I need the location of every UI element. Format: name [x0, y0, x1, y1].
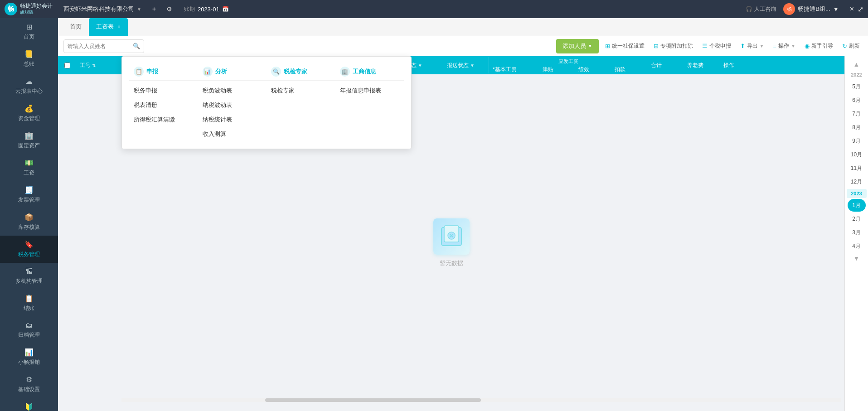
cal-month-2022-05[interactable]: 5月: [848, 80, 866, 93]
sidebar-item-guide[interactable]: 🔰 新手引导: [0, 398, 58, 411]
sidebar-item-ledger[interactable]: 📒 总账: [0, 45, 58, 73]
popup-item-tax-table-clear[interactable]: 税表清册: [129, 98, 198, 112]
special-deduct-btn[interactable]: ⊞ 专项附加扣除: [651, 42, 696, 50]
gonghu-sort-icon[interactable]: ⇅: [92, 63, 96, 68]
cal-month-2022-06[interactable]: 6月: [848, 94, 866, 106]
cal-month-2022-12[interactable]: 12月: [848, 175, 866, 188]
settings-btn[interactable]: ⚙: [164, 4, 175, 15]
refresh-icon: ↻: [842, 43, 847, 49]
add-company-btn[interactable]: ＋: [149, 4, 160, 15]
sidebar-label-home: 首页: [24, 33, 34, 41]
popup-item-tax-stats[interactable]: 纳税统计表: [198, 112, 267, 127]
cal-month-2023-03[interactable]: 3月: [848, 226, 866, 239]
popup-item-income-estimation[interactable]: 收入测算: [198, 127, 267, 141]
checkbox-all[interactable]: [58, 63, 76, 68]
th-report-status: 报送状态 ▼: [443, 62, 489, 69]
sidebar-item-multi[interactable]: 🏗 多机构管理: [0, 263, 58, 290]
cal-month-2022-07[interactable]: 7月: [848, 107, 866, 120]
close-btn[interactable]: ×: [850, 5, 854, 14]
select-all-checkbox[interactable]: [64, 63, 70, 68]
popup-item-tax-burden-fluctuation[interactable]: 税负波动表: [198, 83, 267, 98]
logo-area: 畅 畅捷通好会计 旗舰版: [5, 3, 59, 15]
popup-item-tax-expert[interactable]: 税检专家: [267, 83, 335, 98]
popup-col-declaration: 📋 申报 税务申报 税表清册 所得税汇算清缴: [129, 64, 198, 141]
status-filter-icon[interactable]: ▼: [418, 63, 422, 68]
tab-salary-table[interactable]: 工资表 ×: [89, 18, 128, 36]
cal-month-2022-08[interactable]: 8月: [848, 121, 866, 134]
popup-item-tax-declare[interactable]: 税务申报: [129, 83, 198, 98]
cal-month-2022-09[interactable]: 9月: [848, 135, 866, 147]
tab-home[interactable]: 首页: [63, 18, 89, 36]
tax-expert-title: 税检专家: [284, 68, 307, 76]
cal-year-2022-label: 2022: [848, 70, 866, 79]
period-calendar-icon: 📅: [222, 6, 229, 12]
period-selector[interactable]: 账期 2023-01 📅: [184, 5, 229, 13]
sidebar-item-salary[interactable]: 💵 工资: [0, 154, 58, 181]
window-controls: × ⤢: [850, 5, 863, 14]
sidebar-item-cloud[interactable]: ☁ 云报表中心: [0, 73, 58, 100]
cal-month-2022-11[interactable]: 11月: [848, 162, 866, 174]
maximize-btn[interactable]: ⤢: [858, 5, 863, 14]
sidebar-item-settings[interactable]: ⚙ 基础设置: [0, 371, 58, 398]
sidebar-item-close-acct[interactable]: 📋 结账: [0, 290, 58, 317]
sidebar-item-tax[interactable]: 🔖 税务管理: [0, 236, 58, 263]
scroll-thumb[interactable]: [265, 398, 481, 402]
popup-header-tax-expert: 🔍 税检专家: [267, 64, 335, 81]
fund-icon: 💰: [24, 104, 34, 113]
th-yf-group: 应发工资 *基本工资 津贴 绩效 扣款: [489, 57, 647, 73]
popup-header-biz-info: 🏢 工商信息: [335, 64, 404, 81]
cloud-icon: ☁: [25, 77, 33, 86]
refresh-btn[interactable]: ↻ 刷新: [839, 42, 863, 50]
logo-icon: 畅: [5, 3, 17, 15]
yf-subheaders: *基本工资 津贴 绩效 扣款: [489, 66, 647, 73]
popup-item-income-tax-settle[interactable]: 所得税汇算清缴: [129, 112, 198, 127]
add-person-btn[interactable]: 添加人员 ▼: [556, 39, 599, 53]
popup-grid: 📋 申报 税务申报 税表清册 所得税汇算清缴 📊 分析 税负波动表: [129, 64, 404, 141]
export-chevron-icon: ▼: [760, 44, 764, 48]
top-bar-right: 🎧 人工咨询 畅 畅捷通B组... ▼ × ⤢: [746, 3, 863, 15]
sidebar-item-invoice[interactable]: 🧾 发票管理: [0, 181, 58, 208]
popup-col-biz-info: 🏢 工商信息 年报信息申报表: [335, 64, 404, 141]
cal-year-2023-label: 2023: [847, 189, 867, 198]
cal-month-2023-04[interactable]: 4月: [848, 240, 866, 252]
avatar: 畅: [783, 3, 795, 15]
horizontal-scrollbar[interactable]: [121, 398, 841, 402]
tax-report-btn[interactable]: ☰ 个税申报: [699, 42, 734, 50]
logo-sub: 旗舰版: [20, 9, 53, 15]
user-area[interactable]: 畅 畅捷通B组... ▼: [783, 3, 839, 15]
sidebar-item-archive[interactable]: 🗂 归档管理: [0, 317, 58, 343]
report-status-filter-icon[interactable]: ▼: [470, 63, 475, 68]
search-input[interactable]: [68, 43, 131, 49]
cal-month-2023-01[interactable]: 1月: [848, 199, 866, 212]
empty-icon: [433, 218, 470, 255]
declaration-title: 申报: [146, 68, 158, 76]
cal-month-2022-10[interactable]: 10月: [848, 148, 866, 161]
sidebar-item-fund[interactable]: 💰 资金管理: [0, 100, 58, 127]
export-btn[interactable]: ⬆ 导出 ▼: [737, 42, 767, 50]
operation-btn[interactable]: ≡ 操作 ▼: [771, 42, 799, 50]
sidebar-item-report[interactable]: 📊 小畅报销: [0, 343, 58, 371]
guide-btn[interactable]: ◉ 新手引导: [802, 42, 836, 50]
main-layout: ⊞ 首页 📒 总账 ☁ 云报表中心 💰 资金管理 🏢 固定资产 💵 工资: [0, 18, 868, 411]
social-security-label: 统一社保设置: [612, 42, 645, 50]
special-deduct-icon: ⊞: [654, 43, 659, 49]
social-security-btn[interactable]: ⊞ 统一社保设置: [602, 42, 647, 50]
popup-item-annual-report[interactable]: 年报信息申报表: [335, 83, 404, 98]
popup-col-tax-expert: 🔍 税检专家 税检专家: [267, 64, 335, 141]
sidebar-label-ledger: 总账: [24, 60, 34, 68]
sidebar-item-home[interactable]: ⊞ 首页: [0, 18, 58, 45]
sidebar-item-inventory[interactable]: 📦 库存核算: [0, 208, 58, 236]
cal-month-2023-02[interactable]: 2月: [848, 213, 866, 225]
popup-item-tax-payment-fluctuation[interactable]: 纳税波动表: [198, 98, 267, 112]
search-icon: 🔍: [133, 43, 140, 49]
tab-close-icon[interactable]: ×: [117, 24, 121, 30]
sidebar-item-assets[interactable]: 🏢 固定资产: [0, 127, 58, 154]
add-person-chevron-icon: ▼: [588, 44, 592, 48]
empty-svg: [438, 223, 465, 250]
cal-up-btn[interactable]: ▲: [848, 59, 866, 70]
service-btn[interactable]: 🎧 人工咨询: [746, 5, 776, 13]
cal-down-btn[interactable]: ▼: [848, 253, 866, 264]
tab-home-label: 首页: [70, 23, 82, 31]
company-selector[interactable]: 西安虾米网络科技有限公司 ▼: [63, 5, 141, 13]
company-name: 西安虾米网络科技有限公司: [63, 5, 134, 13]
